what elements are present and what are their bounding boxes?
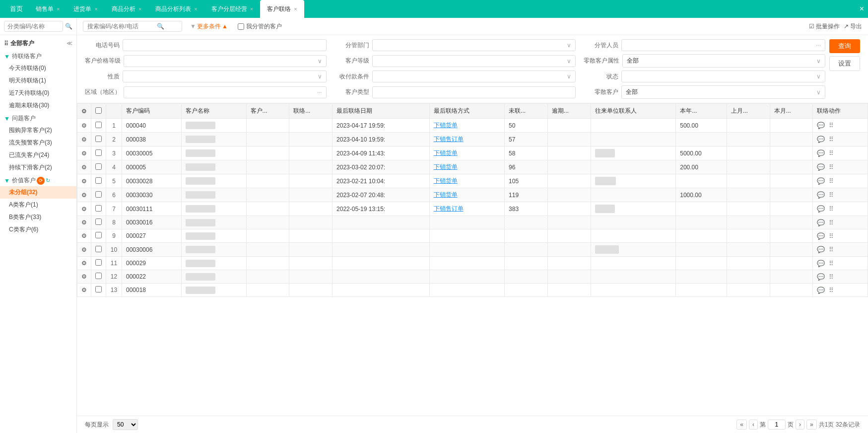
sales-tab[interactable]: 销售单 × <box>29 0 67 18</box>
row-last-method[interactable]: 下销货单 <box>429 188 504 202</box>
row-name[interactable]: 某客户 <box>181 202 246 216</box>
more-icon[interactable]: ⠿ <box>829 287 834 294</box>
person-select[interactable]: ··· <box>621 39 825 51</box>
row-settings[interactable]: ⚙ <box>77 160 91 174</box>
contact-icon[interactable]: 💬 <box>817 287 825 294</box>
row-last-method[interactable] <box>429 229 504 243</box>
row-name[interactable]: 某客户 <box>181 270 246 284</box>
row-action[interactable]: 💬 ⠿ <box>813 270 868 284</box>
row-settings[interactable]: ⚙ <box>77 174 91 188</box>
close-sales-tab[interactable]: × <box>57 6 60 12</box>
row-last-method[interactable] <box>429 257 504 270</box>
more-icon[interactable]: ⠿ <box>829 191 834 199</box>
phone-input[interactable] <box>123 39 327 51</box>
settings-col-header[interactable]: ⚙ <box>77 104 91 119</box>
main-search-box[interactable]: 🔍 <box>83 21 182 32</box>
sidebar-item-tomorrow[interactable]: 明天待联络(1) <box>0 74 76 87</box>
row-last-method[interactable]: 下销售订单 <box>429 202 504 216</box>
row-checkbox[interactable] <box>91 133 106 146</box>
row-last-method[interactable]: 下销货单 <box>429 119 504 133</box>
row-last-method[interactable]: 下销货单 <box>429 146 504 160</box>
contact-icon[interactable]: 💬 <box>817 122 825 129</box>
row-settings[interactable]: ⚙ <box>77 119 91 133</box>
row-settings[interactable]: ⚙ <box>77 270 91 284</box>
contact-icon[interactable]: 💬 <box>817 191 825 199</box>
row-checkbox[interactable] <box>91 146 106 160</box>
sidebar-search-icon[interactable]: 🔍 <box>65 23 72 30</box>
row-checkbox[interactable] <box>91 119 106 133</box>
batch-op-btn[interactable]: ☑ 批量操作 <box>809 22 840 31</box>
reset-button[interactable]: 设置 <box>829 56 860 71</box>
my-customers-check[interactable] <box>238 23 244 30</box>
close-all-button[interactable]: × <box>860 4 864 13</box>
row-checkbox[interactable] <box>91 188 106 202</box>
sidebar-item-7days[interactable]: 近7天待联络(0) <box>0 87 76 99</box>
purchase-tab[interactable]: 进货单 × <box>67 0 104 18</box>
unit-contact-col-header[interactable]: 往来单位联系人 <box>591 104 676 119</box>
row-settings[interactable]: ⚙ <box>77 257 91 270</box>
row-name[interactable]: 某客户 <box>181 216 246 229</box>
row-name[interactable]: 某客户某某 <box>181 188 246 202</box>
row-name[interactable]: 某客户 <box>181 146 246 160</box>
contact-icon[interactable]: 💬 <box>817 177 825 185</box>
select-all-checkbox[interactable] <box>95 107 102 114</box>
more-icon[interactable]: ⠿ <box>829 232 834 240</box>
sidebar-item-today[interactable]: 今天待联络(0) <box>0 62 76 74</box>
export-btn[interactable]: ↗ 导出 <box>844 22 862 31</box>
row-action[interactable]: 💬 ⠿ <box>813 202 868 216</box>
main-search-input[interactable] <box>87 23 157 30</box>
contact-icon[interactable]: 💬 <box>817 260 825 267</box>
sidebar-item-a-class[interactable]: A类客户(1) <box>0 199 76 211</box>
retail-attr-select[interactable]: 全部 ∨ <box>622 54 825 68</box>
customer-segment-tab[interactable]: 客户分层经营 × <box>204 0 260 18</box>
close-goods-analysis-tab[interactable]: × <box>138 6 141 12</box>
goods-analysis-tab[interactable]: 商品分析 × <box>105 0 148 18</box>
row-action[interactable]: 💬 ⠿ <box>813 229 868 243</box>
row-settings[interactable]: ⚙ <box>77 216 91 229</box>
overdue-col-header[interactable]: 逾期... <box>547 104 591 119</box>
row-last-method[interactable]: 下销货单 <box>429 160 504 174</box>
value-group-title[interactable]: ▼ 价值客户 ⟳ ↻ <box>0 174 76 186</box>
refresh-icon[interactable]: ↻ <box>46 177 50 184</box>
row-name[interactable]: 某公司 <box>181 229 246 243</box>
more-icon[interactable]: ⠿ <box>829 260 834 267</box>
row-name[interactable]: 某客 <box>181 257 246 270</box>
last-month-col-header[interactable]: 上月... <box>727 104 770 119</box>
more-icon[interactable]: ⠿ <box>829 205 834 213</box>
goods-analysis-list-tab[interactable]: 商品分析列表 × <box>148 0 204 18</box>
last-date-col-header[interactable]: 最后联络日期 <box>333 104 430 119</box>
row-settings[interactable]: ⚙ <box>77 146 91 160</box>
dept-select[interactable]: ∨ <box>372 39 576 51</box>
row-checkbox[interactable] <box>91 270 106 284</box>
row-name[interactable]: 某客户 <box>181 284 246 297</box>
region-select[interactable]: ··· <box>124 86 327 98</box>
pending-group-title[interactable]: ▼ 待联络客户 <box>0 50 76 62</box>
main-search-icon[interactable]: 🔍 <box>157 23 164 30</box>
row-settings[interactable]: ⚙ <box>77 202 91 216</box>
more-conditions-btn[interactable]: ▼ 更多条件 ▲ <box>190 22 228 31</box>
contact-icon[interactable]: 💬 <box>817 163 825 171</box>
nature-select[interactable]: ∨ <box>123 71 327 82</box>
row-action[interactable]: 💬 ⠿ <box>813 133 868 146</box>
page-size-select[interactable]: 50 100 200 <box>113 419 138 430</box>
all-customers-header[interactable]: ⠿ 全部客户 ≪ <box>0 35 76 50</box>
contact-icon[interactable]: 💬 <box>817 149 825 157</box>
close-customer-segment-tab[interactable]: × <box>250 6 253 12</box>
payment-select[interactable]: ∨ <box>372 71 576 82</box>
home-tab[interactable]: 首页 <box>4 0 29 18</box>
collapse-icon[interactable]: ≪ <box>67 40 72 47</box>
page-input[interactable] <box>768 420 786 430</box>
more-icon[interactable]: ⠿ <box>829 163 834 171</box>
sidebar-item-churn-warning[interactable]: 流失预警客户(3) <box>0 137 76 149</box>
row-last-method[interactable]: 下销货单 <box>429 174 504 188</box>
row-action[interactable]: 💬 ⠿ <box>813 174 868 188</box>
row-last-method[interactable] <box>429 284 504 297</box>
sidebar-item-b-class[interactable]: B类客户(33) <box>0 211 76 223</box>
this-year-col-header[interactable]: 本年... <box>676 104 727 119</box>
close-customer-contact-tab[interactable]: × <box>294 6 297 12</box>
sidebar-item-declining[interactable]: 持续下滑客户(2) <box>0 161 76 174</box>
code-col-header[interactable]: 客户编码 <box>122 104 182 119</box>
sidebar-item-overdue[interactable]: 逾期未联络(30) <box>0 99 76 112</box>
row-checkbox[interactable] <box>91 284 106 297</box>
row-action[interactable]: 💬 ⠿ <box>813 216 868 229</box>
